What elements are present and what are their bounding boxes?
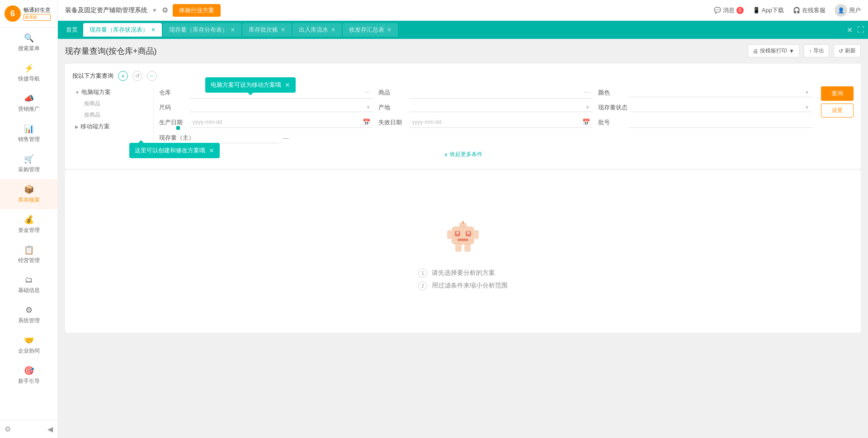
filter-add-btn[interactable]: + bbox=[118, 71, 128, 81]
trial-button[interactable]: 体验行业方案 bbox=[173, 4, 221, 17]
range-dash: — bbox=[283, 135, 289, 141]
tooltip-scheme-create: 这里可以创建和修改方案哦 ✕ bbox=[129, 143, 220, 158]
tab-fullscreen-icon[interactable]: ⛶ bbox=[857, 26, 864, 34]
tab-flow[interactable]: 出入库流水 ✕ bbox=[292, 23, 342, 37]
sidebar-item-label: 采购管理 bbox=[18, 166, 40, 174]
nav-icon: ⚡ bbox=[24, 63, 34, 73]
sidebar-item-enterprise[interactable]: 🤝 企业协同 bbox=[0, 330, 57, 360]
tab-close-icon[interactable]: ✕ bbox=[387, 27, 392, 33]
warehouse-dots[interactable]: ··· bbox=[364, 88, 370, 96]
operations-icon: 📋 bbox=[24, 245, 34, 255]
online-support-action[interactable]: 🎧 在线客服 bbox=[793, 6, 826, 14]
system-dropdown[interactable]: ▼ bbox=[152, 7, 157, 14]
purchase-icon: 🛒 bbox=[24, 154, 34, 164]
filter-refresh-btn[interactable]: ↺ bbox=[132, 71, 142, 81]
app-download-action[interactable]: 📱 App下载 bbox=[753, 6, 784, 14]
product-input[interactable]: ··· bbox=[409, 86, 592, 99]
filter-field-batch: 批号 bbox=[598, 117, 812, 128]
empty-state: 1 请先选择要分析的方案 2 用过滤条件来缩小分析范围 bbox=[65, 170, 861, 333]
filter-back-btn[interactable]: ← bbox=[147, 71, 157, 81]
header-settings-icon[interactable]: ⚙ bbox=[162, 6, 168, 14]
tab-batch-account[interactable]: 库存批次账 ✕ bbox=[242, 23, 292, 37]
tab-inventory-status[interactable]: 现存量（库存状况表） ✕ bbox=[83, 23, 162, 37]
sidebar-item-label: 营销推广 bbox=[18, 105, 40, 113]
arrow-right-icon: ▶ bbox=[75, 124, 79, 129]
sidebar-item-basic-info[interactable]: 🗂 基础信息 bbox=[0, 270, 57, 300]
sidebar-item-operations[interactable]: 📋 经营管理 bbox=[0, 240, 57, 270]
collapse-sidebar-btn[interactable]: ◀ bbox=[47, 425, 53, 433]
scheme-sub-item-1[interactable]: 按商品 bbox=[81, 98, 149, 109]
tab-summary[interactable]: 收发存汇总表 ✕ bbox=[343, 23, 398, 37]
refresh-btn[interactable]: ↺ 刷新 bbox=[834, 44, 861, 57]
filter-row-2: 尺码 ▼ 产地 ▼ bbox=[159, 103, 812, 112]
tab-inventory-dist[interactable]: 现存量（库存分布表） ✕ bbox=[163, 23, 241, 37]
print-btn[interactable]: 🖨 按模板打印 ▼ bbox=[748, 44, 799, 57]
scheme-sub-items: 按商品 按商品 bbox=[72, 98, 149, 121]
prod-date-from[interactable]: yyyy-mm-dd 📅 bbox=[190, 117, 373, 128]
stock-qty-from[interactable] bbox=[198, 132, 279, 143]
scheme-item-pc[interactable]: ▼ 电脑端方案 bbox=[72, 86, 149, 98]
system-name: 装备及固定资产辅助管理系统 bbox=[65, 6, 147, 14]
support-icon: 🎧 bbox=[793, 7, 800, 14]
scheme-item-mobile[interactable]: ▶ 移动端方案 bbox=[72, 121, 149, 132]
sidebar-item-label: 快捷导航 bbox=[18, 75, 40, 83]
tab-close-icon[interactable]: ✕ bbox=[281, 27, 285, 33]
settings-button[interactable]: 设置 bbox=[821, 104, 854, 118]
tab-home[interactable]: 首页 bbox=[61, 23, 82, 37]
filter-row-4: 现存量（主） — bbox=[159, 132, 812, 143]
search-button[interactable]: 查询 bbox=[821, 86, 854, 101]
settings-footer-btn[interactable]: ⚙ bbox=[5, 425, 11, 433]
tab-close-all-icon[interactable]: ✕ bbox=[847, 26, 853, 34]
sidebar-item-inventory[interactable]: 📦 库存核算 bbox=[0, 179, 57, 209]
origin-select[interactable]: ▼ bbox=[409, 103, 592, 112]
sidebar-item-finance[interactable]: 💰 资金管理 bbox=[0, 209, 57, 240]
tab-label: 收发存汇总表 bbox=[349, 26, 384, 34]
empty-step-2: 2 用过滤条件来缩小分析范围 bbox=[418, 281, 508, 290]
message-badge: 6 bbox=[736, 7, 744, 14]
finance-icon: 💰 bbox=[24, 215, 34, 225]
expire-date-from[interactable]: yyyy-mm-dd 📅 bbox=[409, 117, 592, 128]
sidebar-menu: 🔍 搜索菜单 ⚡ 快捷导航 📣 营销推广 📊 销售管理 🛒 采购管理 📦 库存核… bbox=[0, 28, 57, 420]
header-left: 装备及固定资产辅助管理系统 ▼ ⚙ 体验行业方案 bbox=[65, 4, 221, 17]
sidebar-item-nav[interactable]: ⚡ 快捷导航 bbox=[0, 58, 57, 88]
sidebar-item-label: 基础信息 bbox=[18, 287, 40, 294]
page-actions: 🖨 按模板打印 ▼ ↑ 导出 ↺ 刷新 bbox=[748, 44, 861, 57]
sidebar-item-purchase[interactable]: 🛒 采购管理 bbox=[0, 149, 57, 179]
sidebar: 6 畅通好生意 标准版 🔍 搜索菜单 ⚡ 快捷导航 📣 营销推广 📊 销售管理 … bbox=[0, 0, 58, 438]
sidebar-item-marketing[interactable]: 📣 营销推广 bbox=[0, 88, 57, 118]
tooltip-close2-icon[interactable]: ✕ bbox=[209, 147, 214, 154]
sidebar-item-label: 搜索菜单 bbox=[18, 45, 40, 52]
filter-field-prod-date: 生产日期 yyyy-mm-dd 📅 bbox=[159, 117, 373, 128]
export-icon: ↑ bbox=[809, 48, 811, 54]
user-avatar: 👤 bbox=[835, 4, 847, 17]
tab-close-icon[interactable]: ✕ bbox=[331, 27, 335, 33]
message-action[interactable]: 💬 消息 6 bbox=[714, 6, 744, 14]
content-area: 现存量查询(按仓库+商品) 🖨 按模板打印 ▼ ↑ 导出 ↺ 刷新 bbox=[58, 39, 868, 438]
sidebar-footer: ⚙ ◀ bbox=[0, 420, 57, 438]
stock-status-select[interactable]: ▼ bbox=[631, 103, 812, 112]
filter-field-color: 颜色 ▼ bbox=[598, 88, 812, 97]
batch-input[interactable] bbox=[629, 117, 812, 128]
product-dots[interactable]: ··· bbox=[584, 88, 590, 96]
export-btn[interactable]: ↑ 导出 bbox=[804, 44, 829, 57]
scheme-sub-item-2[interactable]: 按商品 bbox=[81, 109, 149, 121]
online-support-label: 在线客服 bbox=[802, 6, 826, 14]
active-dot bbox=[176, 126, 180, 130]
guide-icon: 🎯 bbox=[24, 366, 34, 376]
color-select[interactable]: ▼ bbox=[629, 88, 812, 97]
size-select[interactable]: ▼ bbox=[190, 103, 373, 112]
stock-qty-label: 现存量（主） bbox=[159, 134, 194, 142]
tooltip-close-icon[interactable]: ✕ bbox=[285, 81, 290, 89]
tab-close-icon[interactable]: ✕ bbox=[231, 27, 235, 33]
sidebar-item-guide[interactable]: 🎯 新手引导 bbox=[0, 360, 57, 391]
sidebar-item-sales[interactable]: 📊 销售管理 bbox=[0, 118, 57, 149]
tab-close-icon[interactable]: ✕ bbox=[151, 27, 156, 33]
sidebar-item-search[interactable]: 🔍 搜索菜单 bbox=[0, 28, 57, 58]
collapse-arrow-icon: ∧ bbox=[444, 151, 448, 158]
filter-section: 按以下方案查询 + ↺ ← ▼ 电脑端方案 按商品 bbox=[65, 64, 861, 169]
user-action[interactable]: 👤 用户 bbox=[835, 4, 861, 17]
sidebar-item-system[interactable]: ⚙ 系统管理 bbox=[0, 300, 57, 330]
warehouse-label: 仓库 bbox=[159, 89, 186, 97]
sales-icon: 📊 bbox=[24, 124, 34, 134]
message-icon: 💬 bbox=[714, 7, 721, 14]
